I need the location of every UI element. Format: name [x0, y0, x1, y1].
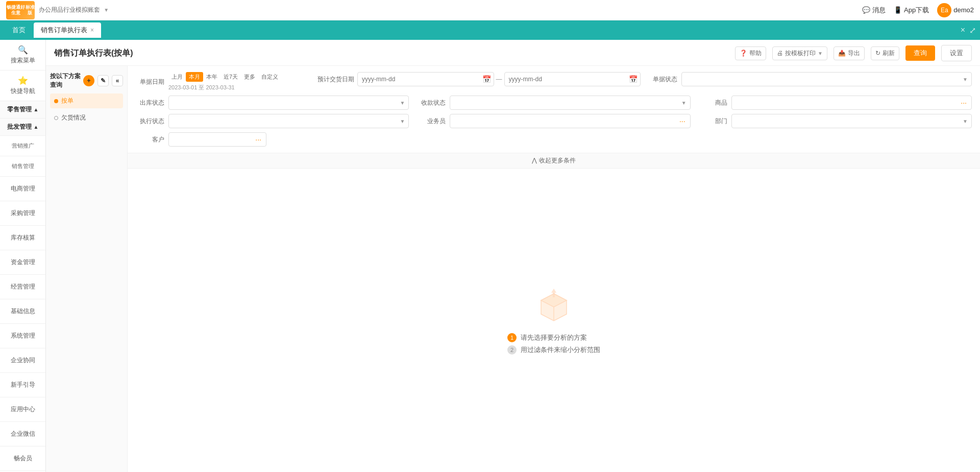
results-area: 1 请先选择要分析的方案 2 用过滤条件来缩小分析范围 [128, 169, 980, 472]
message-btn[interactable]: 💬 消息 [862, 6, 886, 15]
tip-num-1: 1 [507, 333, 517, 342]
page-header-actions: ❓ 帮助 🖨 按模板打印 ▼ 📤 导出 ↻ 刷新 查询 设置 [735, 45, 972, 61]
exec-select[interactable] [168, 114, 409, 128]
window-close-btn[interactable]: × [961, 26, 965, 35]
date-filter-content: 上月 本月 本年 近7天 更多 自定义 2023-03-01 至 2023-03… [168, 72, 309, 91]
app-logo[interactable]: 畅捷通好生意 标准版 [6, 1, 35, 19]
message-icon: 💬 [862, 6, 870, 14]
sidebar-item-marketing[interactable]: 营销推广 [0, 136, 45, 156]
tab-home[interactable]: 首页 [4, 22, 34, 38]
sidebar-section-wholesale[interactable]: 批发管理 ▲ [0, 119, 45, 136]
sidebar-item-member[interactable]: 畅会员 [0, 446, 45, 471]
nav-item-order[interactable]: 按单 [50, 93, 123, 108]
sidebar-item-ecommerce[interactable]: 电商管理 [0, 177, 45, 201]
goods-dots-btn[interactable]: ··· [959, 99, 969, 107]
calendar-end-icon[interactable]: 📅 [629, 75, 638, 83]
filter-area: 单据日期 上月 本月 本年 近7天 更多 自定义 20 [128, 66, 980, 153]
sidebar-item-purchase[interactable]: 采购管理 [0, 201, 45, 226]
dept-filter-group: 部门 ▼ [699, 114, 972, 128]
expected-date-start[interactable] [357, 72, 494, 86]
calendar-start-icon[interactable]: 📅 [482, 75, 491, 83]
quick-nav-icon: ⭐ [18, 76, 28, 85]
nav-dot-inactive [54, 116, 58, 120]
empty-tips: 1 请先选择要分析的方案 2 用过滤条件来缩小分析范围 [507, 333, 600, 355]
help-btn[interactable]: ❓ 帮助 [735, 46, 766, 60]
dept-select[interactable] [731, 114, 972, 128]
sidebar-item-inventory[interactable]: 库存核算 [0, 226, 45, 250]
sidebar-item-search[interactable]: 🔍 搜索菜单 [0, 40, 45, 70]
sidebar-item-enterprise[interactable]: 企业协同 [0, 348, 45, 373]
user-profile[interactable]: Ea demo2 [937, 3, 974, 17]
refresh-btn[interactable]: ↻ 刷新 [871, 46, 899, 60]
collapse-bar[interactable]: ⋀ 收起更多条件 [128, 153, 980, 169]
sidebar-item-system[interactable]: 系统管理 [0, 324, 45, 348]
sidebar-item-sales[interactable]: 销售管理 [0, 156, 45, 177]
left-panel-nav: 按单 欠货情况 [50, 93, 123, 125]
settings-button[interactable]: 设置 [941, 45, 972, 61]
goods-input[interactable] [731, 96, 972, 110]
add-scheme-btn[interactable]: + [83, 75, 94, 86]
status-select[interactable] [681, 72, 972, 86]
date-tab-this-month[interactable]: 本月 [186, 72, 203, 82]
date-tab-more[interactable]: 更多 [241, 72, 258, 82]
exec-filter-group: 执行状态 ▼ [136, 114, 409, 128]
edit-scheme-btn[interactable]: ✎ [97, 75, 109, 86]
customer-label: 客户 [136, 135, 164, 144]
split-layout: 按以下方案查询 + ✎ « [46, 66, 980, 472]
right-panel: 单据日期 上月 本月 本年 近7天 更多 自定义 20 [128, 66, 980, 472]
shipment-label: 出库状态 [136, 99, 164, 107]
date-tab-custom[interactable]: 自定义 [258, 72, 281, 82]
date-label: 单据日期 [136, 78, 164, 86]
sidebar-item-wechat[interactable]: 企业微信 [0, 422, 45, 446]
search-button[interactable]: 查询 [905, 45, 935, 61]
collapse-panel-btn[interactable]: « [112, 75, 123, 86]
window-maximize-btn[interactable]: ⤢ [969, 26, 976, 35]
left-panel-icons: + ✎ « [83, 75, 123, 86]
sidebar-section-retail[interactable]: 零售管理 ▲ [0, 101, 45, 119]
avatar: Ea [937, 3, 951, 17]
left-panel-header: 按以下方案查询 + ✎ « [50, 72, 123, 89]
date-tab-last-month[interactable]: 上月 [168, 72, 186, 82]
sidebar-item-apps[interactable]: 应用中心 [0, 397, 45, 422]
tab-sales-order[interactable]: 销售订单执行表 × [34, 22, 101, 38]
date-filter-group: 单据日期 上月 本月 本年 近7天 更多 自定义 20 [136, 72, 309, 91]
status-filter-group: 单据状态 ▼ [649, 72, 972, 86]
topbar-left: 畅捷通好生意 标准版 办公用品行业模拟账套 ▼ [6, 1, 109, 19]
export-icon: 📤 [838, 50, 846, 57]
date-separator: — [496, 76, 502, 83]
shipment-filter-group: 出库状态 ▼ [136, 96, 409, 110]
tab-close-btn[interactable]: × [90, 27, 94, 34]
left-panel: 按以下方案查询 + ✎ « [46, 66, 128, 472]
print-icon: 🖨 [777, 50, 783, 57]
goods-filter-group: 商品 ··· [699, 96, 972, 110]
sidebar-item-operation[interactable]: 经营管理 [0, 275, 45, 299]
expected-date-end[interactable] [504, 72, 641, 86]
shipment-select[interactable] [168, 96, 409, 110]
page-header: 销售订单执行表(按单) ❓ 帮助 🖨 按模板打印 ▼ 📤 导出 ↻ 刷新 [46, 40, 980, 66]
expected-date-group: 预计交货日期 📅 — 📅 [317, 72, 641, 86]
empty-icon-box [533, 286, 574, 327]
sidebar-item-finance[interactable]: 资金管理 [0, 250, 45, 275]
salesperson-dots-btn[interactable]: ··· [677, 117, 688, 125]
date-tab-this-year[interactable]: 本年 [203, 72, 220, 82]
sidebar-item-basic[interactable]: 基础信息 [0, 299, 45, 324]
customer-input[interactable] [168, 132, 266, 147]
filter-row-4: 客户 ··· [136, 132, 972, 147]
content-area: 销售订单执行表(按单) ❓ 帮助 🖨 按模板打印 ▼ 📤 导出 ↻ 刷新 [46, 40, 980, 472]
print-btn[interactable]: 🖨 按模板打印 ▼ [772, 46, 827, 60]
topbar-right: 💬 消息 📱 App下载 Ea demo2 [862, 3, 974, 17]
app-download-btn[interactable]: 📱 App下载 [894, 6, 929, 15]
nav-item-shortage[interactable]: 欠货情况 [50, 110, 123, 125]
empty-tip-1: 1 请先选择要分析的方案 [507, 333, 600, 342]
breadcrumb[interactable]: 办公用品行业模拟账套 ▼ [39, 6, 109, 14]
date-tab-7days[interactable]: 近7天 [220, 72, 241, 82]
empty-state-icon [533, 286, 574, 327]
date-hint: 2023-03-01 至 2023-03-31 [168, 84, 309, 91]
sidebar-item-newuser[interactable]: 新手引导 [0, 373, 45, 397]
export-btn[interactable]: 📤 导出 [834, 46, 865, 60]
sidebar-item-quick-nav[interactable]: ⭐ 快捷导航 [0, 70, 45, 101]
payment-select[interactable] [450, 96, 690, 110]
salesperson-input[interactable] [450, 114, 690, 128]
filter-row-2: 出库状态 ▼ 收款状态 ▼ [136, 96, 972, 110]
customer-dots-btn[interactable]: ··· [253, 135, 263, 144]
